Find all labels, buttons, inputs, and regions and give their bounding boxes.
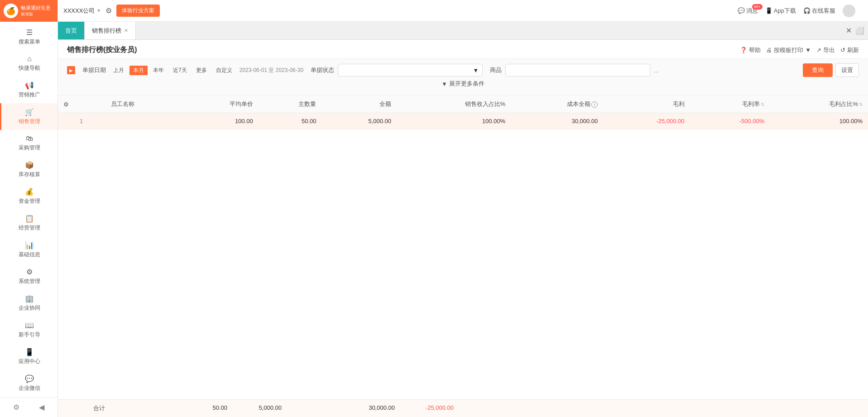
tab-close-window-icon[interactable]: ✕	[846, 26, 852, 35]
message-button[interactable]: 💬 消息 99+	[738, 7, 758, 15]
app-download-button[interactable]: 📱 App下载	[765, 7, 796, 15]
sidebar-item-marketing[interactable]: 📢 营销推广	[0, 77, 58, 103]
table-row: 1 100.00 50.00 5,000.00 100.00% 30,000.0…	[58, 113, 868, 129]
help-button[interactable]: ❓ 帮助	[740, 46, 761, 54]
tab-sales-rank[interactable]: 销售排行榜 ✕	[85, 22, 136, 39]
sidebar-item-label: 搜索菜单	[19, 38, 40, 46]
th-cost-total: 成本全额i	[511, 96, 603, 113]
sidebar-item-guide[interactable]: 📖 新手引导	[0, 316, 58, 343]
expand-down-icon: ▼	[441, 81, 447, 87]
sidebar-item-sales[interactable]: 🛒 销售管理	[0, 103, 58, 130]
filter-area: ▶ 单据日期 上月 本月 本年 近7天 更多 自定义 2023-06-01 至 …	[58, 59, 868, 96]
sidebar-item-enterprise[interactable]: 🏢 企业协同	[0, 290, 58, 316]
date-opt-this-month[interactable]: 本月	[129, 66, 148, 75]
sidebar-item-shortcut[interactable]: ⌂ 快捷导航	[0, 50, 58, 77]
tab-home[interactable]: 首页	[58, 22, 85, 39]
profit-pct-sort-icon[interactable]: ⇅	[859, 102, 863, 107]
expand-more-button[interactable]: ▼ 展开更多条件	[441, 80, 484, 88]
expand-more-label: 展开更多条件	[449, 80, 484, 88]
date-filter-label: 单据日期	[82, 66, 106, 74]
sidebar-item-label: 应用中心	[19, 358, 40, 365]
service-label: 在线客服	[812, 7, 835, 15]
goods-filter-label: 商品	[490, 66, 502, 74]
th-avg-price: 平均单价	[182, 96, 259, 113]
table-footer: 合计 50.00 5,000.00 30,000.00 -25,000.00	[58, 399, 868, 417]
refresh-button[interactable]: ↺ 刷新	[840, 46, 859, 54]
print-dropdown-icon: ▼	[805, 47, 811, 53]
header: XXXXX公司 ▼ ⚙ 体验行业方案 💬 消息 99+ 📱 App下载 🎧 在线…	[58, 0, 868, 22]
header-right-group: 💬 消息 99+ 📱 App下载 🎧 在线客服	[738, 5, 863, 17]
sidebar-item-base[interactable]: 📊 基础信息	[0, 236, 58, 263]
base-icon: 📊	[25, 241, 34, 249]
settings-button[interactable]: 设置	[835, 63, 859, 77]
header-settings-icon[interactable]: ⚙	[106, 6, 112, 15]
sidebar-item-label: 营销推广	[19, 91, 40, 99]
sidebar-item-inventory[interactable]: 📦 库存核算	[0, 156, 58, 183]
sales-icon: 🛒	[25, 108, 34, 116]
date-opt-custom[interactable]: 自定义	[212, 66, 236, 75]
filter-status-item: 单据状态 ▼	[311, 64, 483, 77]
logo-subtitle: 标准版	[21, 11, 51, 17]
sidebar-item-search[interactable]: ☰ 搜索菜单	[0, 24, 58, 50]
query-button[interactable]: 查询	[803, 63, 833, 77]
footer-avg-price	[142, 404, 187, 412]
sidebar-logo: 🍊 畅康通好生意 标准版	[0, 0, 58, 22]
avatar[interactable]	[843, 5, 855, 17]
date-opt-this-year[interactable]: 本年	[149, 66, 168, 75]
goods-select[interactable]	[505, 64, 650, 77]
sidebar-nav: ☰ 搜索菜单 ⌂ 快捷导航 📢 营销推广 🛒 销售管理 🛍 采购管理 📦 库存核…	[0, 22, 58, 397]
tab-close-icon[interactable]: ✕	[124, 28, 128, 34]
th-total: 全额	[321, 96, 397, 113]
sidebar-item-apps[interactable]: 📱 应用中心	[0, 343, 58, 370]
print-icon: 🖨	[766, 47, 772, 53]
trial-button[interactable]: 体验行业方案	[116, 5, 160, 17]
filter-goods-item: 商品 ...	[490, 64, 659, 77]
sidebar-item-label: 采购管理	[19, 144, 40, 152]
print-button[interactable]: 🖨 按模板打印 ▼	[766, 46, 811, 54]
tab-sales-rank-label: 销售排行榜	[92, 27, 121, 35]
footer-total: 5,000.00	[233, 404, 287, 412]
online-service-button[interactable]: 🎧 在线客服	[803, 7, 835, 15]
td-profit-rate: -500.00%	[690, 113, 770, 129]
refresh-label: 刷新	[847, 46, 859, 54]
data-table: ⚙ 员工名称 平均单价 主数量 全额 销售收入占比% 成本全额i 毛利 毛利率⇅	[58, 96, 868, 129]
sidebar-item-label: 销售管理	[19, 118, 40, 125]
th-profit-rate: 毛利率⇅	[690, 96, 770, 113]
date-opt-7days[interactable]: 近7天	[169, 66, 191, 75]
enterprise-icon: 🏢	[25, 294, 34, 303]
wechat-icon: 💬	[25, 374, 34, 383]
td-main-qty: 50.00	[259, 113, 322, 129]
sidebar-item-system[interactable]: ⚙ 系统管理	[0, 263, 58, 290]
sidebar-item-label: 新手引导	[19, 331, 40, 339]
chevron-down-icon: ▼	[96, 8, 101, 13]
sidebar-collapse-button[interactable]: ◀	[39, 403, 44, 412]
th-profit: 毛利	[603, 96, 690, 113]
sidebar-item-wechat[interactable]: 💬 企业微信	[0, 370, 58, 397]
tab-restore-icon[interactable]: ⬜	[855, 26, 864, 35]
sidebar-item-label: 企业微信	[19, 384, 40, 392]
footer-cell-empty2	[74, 404, 88, 412]
sidebar-settings-button[interactable]: ⚙	[13, 403, 19, 412]
date-opt-last-month[interactable]: 上月	[110, 66, 128, 75]
th-main-qty: 主数量	[259, 96, 322, 113]
th-settings[interactable]: ⚙	[58, 96, 74, 113]
sidebar-item-management[interactable]: 📋 经营管理	[0, 210, 58, 236]
filter-expand-arrow[interactable]: ▶	[67, 66, 75, 74]
cost-info-icon[interactable]: i	[591, 101, 598, 108]
sidebar-item-finance[interactable]: 💰 资金管理	[0, 183, 58, 210]
goods-more-icon[interactable]: ...	[654, 67, 659, 74]
th-name: 员工名称	[106, 96, 182, 113]
status-filter-label: 单据状态	[311, 66, 334, 74]
page-title: 销售排行榜(按业务员)	[67, 45, 137, 55]
date-opt-more[interactable]: 更多	[192, 66, 211, 75]
export-button[interactable]: ↗ 导出	[816, 46, 835, 54]
profit-rate-sort-icon[interactable]: ⇅	[761, 102, 764, 107]
company-selector[interactable]: XXXXX公司 ▼	[63, 7, 101, 15]
th-rank	[74, 96, 106, 113]
status-select[interactable]: ▼	[338, 64, 483, 77]
help-icon: ❓	[740, 47, 747, 53]
expand-more-row: ▼ 展开更多条件	[67, 77, 859, 91]
sidebar-item-purchase[interactable]: 🛍 采购管理	[0, 130, 58, 156]
sidebar: 🍊 畅康通好生意 标准版 ☰ 搜索菜单 ⌂ 快捷导航 📢 营销推广 🛒 销售管理…	[0, 0, 58, 417]
service-icon: 🎧	[803, 7, 810, 14]
